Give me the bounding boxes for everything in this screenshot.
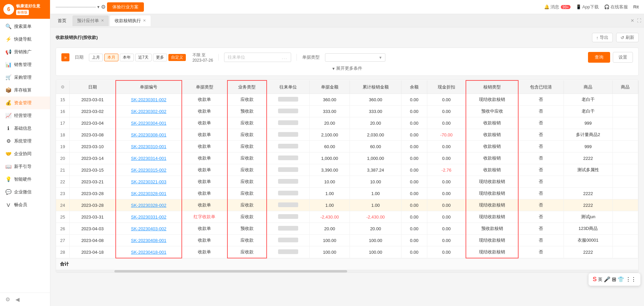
bill-no-link[interactable]: SK-20230308-001 xyxy=(131,132,166,137)
cell-bill-type: 收款单 xyxy=(182,176,227,188)
settings-icon[interactable]: ⚙ xyxy=(5,296,10,303)
setting-button[interactable]: 设置 xyxy=(613,52,633,63)
sidebar-item-6[interactable]: 💰资金管理 xyxy=(0,97,50,109)
tab-close-all-icon[interactable]: ✕ xyxy=(631,18,634,23)
popup-mic-icon[interactable]: 🎤 xyxy=(604,276,610,283)
sidebar-icon-6: 💰 xyxy=(5,100,11,106)
sidebar-item-7[interactable]: 📈经营管理 xyxy=(0,109,50,122)
bill-no-link[interactable]: SK-20230304-001 xyxy=(131,121,166,126)
bill-no-link[interactable]: SK-20230321-003 xyxy=(131,179,166,184)
cell-bill-amount: 20.00 xyxy=(310,117,350,129)
user-name[interactable]: Rit xyxy=(633,4,639,9)
bill-no-link[interactable]: SK-20230302-002 xyxy=(131,109,166,114)
table-row: 21 2023-03-15 SK-20230315-002 收款单 应收款 3,… xyxy=(56,164,638,176)
cell-bill-amount: 100.00 xyxy=(310,246,350,258)
tab-prepayment-close[interactable]: ✕ xyxy=(101,18,104,23)
bill-no-link[interactable]: SK-20230418-001 xyxy=(131,250,166,255)
popup-text: 英 xyxy=(598,277,602,283)
cell-include-settled: 否 xyxy=(518,141,564,152)
sidebar-icon-5: 📦 xyxy=(5,87,11,93)
industry-solution-button[interactable]: 体验行业方案 xyxy=(107,2,144,12)
expand-conditions-button[interactable]: ▾ 展开更多条件 xyxy=(61,65,633,71)
tab-maximize-icon[interactable]: ⛶ xyxy=(637,18,641,23)
cell-counterparty xyxy=(267,223,310,235)
more-btn[interactable]: 更多 xyxy=(153,54,167,61)
tab-collection[interactable]: 收款核销执行 ✕ xyxy=(110,15,151,26)
last-month-btn[interactable]: 上月 xyxy=(89,54,103,61)
sidebar-item-8[interactable]: ℹ基础信息 xyxy=(0,122,50,135)
sidebar-item-2[interactable]: 📢营销推广 xyxy=(0,46,50,58)
this-year-btn[interactable]: 本年 xyxy=(120,54,134,61)
popup-shirt-icon[interactable]: 👕 xyxy=(618,276,624,283)
sidebar-label-14: 畅会员 xyxy=(14,202,27,208)
topbar-gear-icon[interactable]: ⚙ xyxy=(101,4,106,10)
messages-link[interactable]: 🔔 消息 99+ xyxy=(544,4,571,10)
cell-bill-amount: 333.00 xyxy=(310,106,350,117)
counterparty-input[interactable]: 往来单位 ... xyxy=(224,53,291,62)
th-balance: 余额 xyxy=(401,80,427,94)
cell-cash-discount: -70.00 xyxy=(427,129,466,141)
export-button[interactable]: ↑ 导出 xyxy=(592,33,613,42)
sidebar-item-0[interactable]: 🔍搜索菜单 xyxy=(0,20,50,33)
cell-index: 21 xyxy=(56,164,69,176)
custom-date-btn[interactable]: 自定义 xyxy=(168,54,186,61)
table-row: 17 2023-03-04 SK-20230304-001 收款单 应收款 20… xyxy=(56,117,638,129)
collapse-icon[interactable]: ◀ xyxy=(15,296,19,303)
export-icon: ↑ xyxy=(596,35,599,40)
table-scrollbar[interactable] xyxy=(56,270,638,272)
sidebar-item-5[interactable]: 📦库存核算 xyxy=(0,84,50,97)
bill-no-link[interactable]: SK-20230314-001 xyxy=(131,156,166,161)
cell-counterparty xyxy=(267,106,310,117)
bill-no-link[interactable]: SK-20230310-001 xyxy=(131,144,166,149)
cell-balance: 0.00 xyxy=(401,211,427,223)
table-row: 23 2023-03-28 SK-20230328-001 收款单 应收款 1.… xyxy=(56,188,638,199)
cell-bill-amount: 1.00 xyxy=(310,199,350,211)
query-button[interactable]: 查询 xyxy=(588,52,610,63)
cell-bill-type: 收款单 xyxy=(182,164,227,176)
sidebar-item-10[interactable]: 🤝企业协同 xyxy=(0,147,50,160)
page-title-actions: ↑ 导出 ↺ 刷新 xyxy=(592,33,639,42)
bill-type-select[interactable]: ▾ xyxy=(325,53,385,62)
bill-no-link[interactable]: SK-20230331-002 xyxy=(131,215,166,220)
sidebar-item-11[interactable]: 📖新手引导 xyxy=(0,160,50,173)
sidebar-item-1[interactable]: ⚡快捷导航 xyxy=(0,33,50,46)
sidebar-item-3[interactable]: 📊销售管理 xyxy=(0,58,50,71)
online-service-link[interactable]: 🎧 在线客服 xyxy=(604,4,628,10)
bill-no-link[interactable]: SK-20230315-002 xyxy=(131,168,166,173)
cell-biz-type: 应收款 xyxy=(227,164,267,176)
bill-no-link[interactable]: SK-20230408-001 xyxy=(131,238,166,243)
this-month-btn[interactable]: 本月 xyxy=(104,54,118,61)
popup-grid-icon[interactable]: ⊞ xyxy=(612,276,616,283)
sidebar-item-13[interactable]: 💬企业微信 xyxy=(0,186,50,198)
app-download-link[interactable]: 📱 App下载 xyxy=(576,4,599,10)
table-row: 24 2023-03-28 SK-20230328-002 收款单 应收款 1.… xyxy=(56,199,638,211)
filter-toggle-button[interactable]: » xyxy=(61,53,69,61)
th-date: 日期 xyxy=(69,80,116,94)
sidebar-item-4[interactable]: 🛒采购管理 xyxy=(0,71,50,84)
cell-bill-type: 收款单 xyxy=(182,199,227,211)
last-7days-btn[interactable]: 近7天 xyxy=(135,54,152,61)
tab-prepayment[interactable]: 预计应付单 ✕ xyxy=(72,15,109,26)
sidebar-item-14[interactable]: V畅会员 xyxy=(0,198,50,211)
tab-collection-close[interactable]: ✕ xyxy=(143,18,146,23)
bill-no-link[interactable]: SK-20230328-002 xyxy=(131,203,166,208)
topbar-dropdown[interactable]: ▾ xyxy=(97,4,100,9)
cell-goods2 xyxy=(612,235,638,246)
tab-home[interactable]: 首页 xyxy=(53,15,71,26)
sidebar-item-9[interactable]: ⚙系统管理 xyxy=(0,135,50,147)
cell-include-settled: 否 xyxy=(518,235,564,246)
bill-no-link[interactable]: SK-20230301-002 xyxy=(131,97,166,102)
cell-bill-type: 收款单 xyxy=(182,223,227,235)
cell-counterparty xyxy=(267,164,310,176)
sidebar-item-12[interactable]: 💡智能硬件 xyxy=(0,173,50,186)
popup-app-icon[interactable]: ⋮⋮ xyxy=(626,276,636,283)
cell-bill-no: SK-20230315-002 xyxy=(116,164,182,176)
bill-no-link[interactable]: SK-20230328-001 xyxy=(131,191,166,196)
table-row: 25 2023-03-31 SK-20230331-002 红字收款单 应收款 … xyxy=(56,211,638,223)
bill-no-link[interactable]: SK-20230403-002 xyxy=(131,226,166,231)
cell-biz-type: 预收款 xyxy=(227,106,267,117)
cell-date: 2023-03-08 xyxy=(69,129,116,141)
cell-bill-amount: 20.00 xyxy=(310,223,350,235)
column-settings-gear[interactable]: ⚙ xyxy=(61,84,65,89)
refresh-button[interactable]: ↺ 刷新 xyxy=(616,33,639,42)
